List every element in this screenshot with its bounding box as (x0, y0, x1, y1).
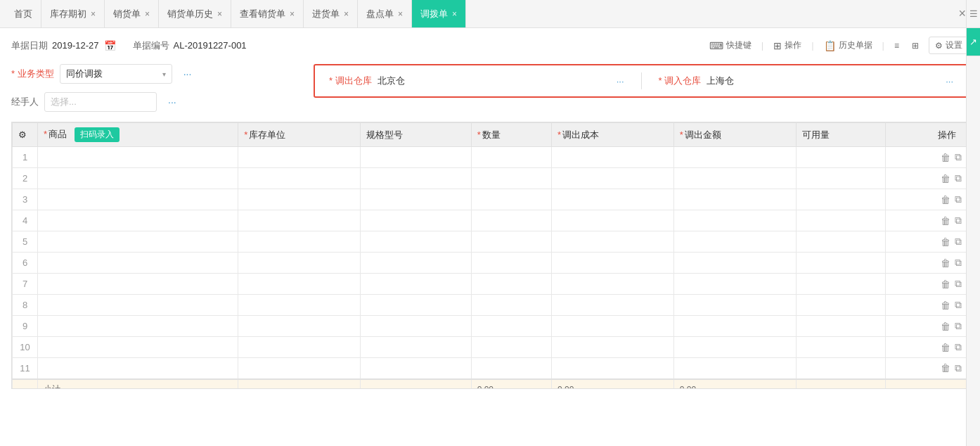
tab-view-sales[interactable]: 查看销货单 × (231, 0, 304, 27)
row-spec[interactable] (361, 274, 472, 295)
row-unit[interactable] (238, 337, 361, 358)
row-amount[interactable] (673, 231, 796, 253)
row-spec[interactable] (361, 210, 472, 231)
tab-purchase-close[interactable]: × (344, 9, 349, 19)
sidebar-list-icon[interactable]: ☰ (967, 0, 981, 28)
row-available[interactable] (796, 231, 886, 253)
row-product[interactable] (38, 253, 238, 274)
row-cost[interactable] (552, 337, 674, 358)
row-qty[interactable] (471, 253, 551, 274)
row-available[interactable] (796, 210, 886, 231)
tab-home[interactable]: 首页 (6, 0, 41, 27)
row-available[interactable] (796, 316, 886, 337)
row-product[interactable] (38, 231, 238, 253)
row-amount[interactable] (673, 210, 796, 231)
row-amount[interactable] (673, 168, 796, 189)
action-button[interactable]: ⊞ 操作 (771, 38, 804, 53)
row-unit[interactable] (238, 358, 361, 379)
row-spec[interactable] (361, 295, 472, 316)
row-product[interactable] (38, 358, 238, 379)
copy-icon[interactable]: ⧉ (955, 299, 962, 311)
row-available[interactable] (796, 189, 886, 210)
row-unit[interactable] (238, 253, 361, 274)
row-amount[interactable] (673, 316, 796, 337)
row-product[interactable] (38, 316, 238, 337)
row-unit[interactable] (238, 316, 361, 337)
th-gear[interactable]: ⚙ (13, 123, 38, 147)
row-cost[interactable] (552, 253, 674, 274)
business-type-select[interactable]: 同价调拨 ▾ (60, 64, 172, 84)
row-qty[interactable] (471, 358, 551, 379)
delete-icon[interactable]: 🗑 (941, 236, 950, 248)
shortcut-button[interactable]: ⌨ 快捷键 (707, 38, 754, 53)
row-amount[interactable] (673, 147, 796, 168)
copy-icon[interactable]: ⧉ (955, 236, 962, 248)
row-product[interactable] (38, 274, 238, 295)
row-qty[interactable] (471, 274, 551, 295)
row-cost[interactable] (552, 189, 674, 210)
row-amount[interactable] (673, 358, 796, 379)
delete-icon[interactable]: 🗑 (941, 173, 950, 184)
tab-view-sales-close[interactable]: × (290, 9, 295, 19)
tab-inventory-check[interactable]: 盘点单 × (358, 0, 412, 27)
row-qty[interactable] (471, 168, 551, 189)
row-available[interactable] (796, 358, 886, 379)
delete-icon[interactable]: 🗑 (941, 215, 950, 227)
row-spec[interactable] (361, 168, 472, 189)
row-cost[interactable] (552, 231, 674, 253)
history-button[interactable]: 📋 历史单据 (821, 38, 875, 53)
row-available[interactable] (796, 253, 886, 274)
row-amount[interactable] (673, 337, 796, 358)
row-qty[interactable] (471, 316, 551, 337)
row-qty[interactable] (471, 337, 551, 358)
row-cost[interactable] (552, 168, 674, 189)
business-type-more[interactable]: ··· (183, 68, 192, 79)
row-cost[interactable] (552, 358, 674, 379)
row-spec[interactable] (361, 147, 472, 168)
sidebar-external-icon[interactable]: ↗ (967, 28, 981, 56)
row-cost[interactable] (552, 295, 674, 316)
handler-input[interactable]: 选择... (44, 92, 157, 112)
copy-icon[interactable]: ⧉ (955, 193, 962, 205)
row-unit[interactable] (238, 147, 361, 168)
row-unit[interactable] (238, 189, 361, 210)
row-unit[interactable] (238, 231, 361, 253)
tab-purchase[interactable]: 进货单 × (304, 0, 358, 27)
row-qty[interactable] (471, 231, 551, 253)
copy-icon[interactable]: ⧉ (955, 341, 962, 353)
delete-icon[interactable]: 🗑 (941, 362, 950, 374)
row-cost[interactable] (552, 147, 674, 168)
delete-icon[interactable]: 🗑 (941, 257, 950, 269)
row-qty[interactable] (471, 147, 551, 168)
delete-icon[interactable]: 🗑 (941, 194, 950, 205)
delete-icon[interactable]: 🗑 (941, 300, 950, 311)
row-available[interactable] (796, 295, 886, 316)
settings-button[interactable]: ⚙ 设置 (929, 37, 969, 54)
copy-icon[interactable]: ⧉ (955, 257, 962, 269)
row-unit[interactable] (238, 210, 361, 231)
row-available[interactable] (796, 168, 886, 189)
tab-sales-history-close[interactable]: × (217, 9, 222, 19)
layout1-button[interactable]: ≡ (891, 39, 902, 52)
row-product[interactable] (38, 337, 238, 358)
row-product[interactable] (38, 210, 238, 231)
tab-sales-order[interactable]: 销货单 × (105, 0, 159, 27)
row-unit[interactable] (238, 274, 361, 295)
row-unit[interactable] (238, 295, 361, 316)
row-spec[interactable] (361, 253, 472, 274)
copy-icon[interactable]: ⧉ (955, 278, 962, 290)
delete-icon[interactable]: 🗑 (941, 342, 950, 353)
row-spec[interactable] (361, 231, 472, 253)
row-product[interactable] (38, 189, 238, 210)
tab-sales-history[interactable]: 销货单历史 × (159, 0, 231, 27)
warehouse-out-more[interactable]: ··· (617, 76, 624, 87)
tab-inventory-check-close[interactable]: × (398, 9, 403, 19)
handler-more[interactable]: ··· (168, 96, 176, 108)
scan-button[interactable]: 扫码录入 (75, 127, 120, 142)
copy-icon[interactable]: ⧉ (955, 362, 962, 374)
copy-icon[interactable]: ⧉ (955, 215, 962, 227)
row-product[interactable] (38, 168, 238, 189)
row-amount[interactable] (673, 274, 796, 295)
row-unit[interactable] (238, 168, 361, 189)
calendar-icon[interactable]: 📅 (105, 40, 116, 51)
